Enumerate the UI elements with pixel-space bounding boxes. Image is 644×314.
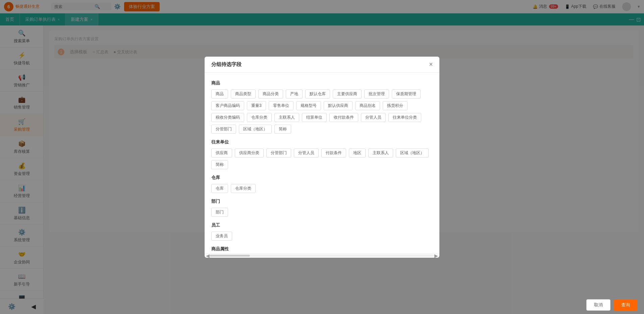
section-title-employee: 员工 — [211, 222, 433, 228]
field-tag[interactable]: 规格型号 — [296, 101, 321, 110]
field-tag[interactable]: 收付款条件 — [329, 113, 358, 122]
field-tag[interactable]: 默认供应商 — [324, 101, 353, 110]
scrollbar-thumb[interactable] — [210, 255, 250, 257]
field-tag[interactable]: 简称 — [211, 160, 228, 169]
scroll-left-btn[interactable]: ◀ — [206, 253, 210, 258]
employee-fields: 业务员 — [211, 232, 433, 241]
section-title-product: 商品 — [211, 80, 433, 86]
field-tag[interactable]: 商品 — [211, 89, 228, 99]
field-tag[interactable]: 仓库 — [211, 184, 228, 193]
modal-close-btn[interactable]: × — [429, 61, 433, 67]
section-title-department: 部门 — [211, 198, 433, 204]
field-tag[interactable]: 简称 — [274, 125, 291, 134]
modal-header: 分组待选字段 × — [205, 57, 439, 73]
field-tag[interactable]: 分管部门 — [211, 125, 236, 134]
field-tag[interactable]: 分管部门 — [266, 148, 291, 158]
field-tag[interactable]: 保质期管理 — [392, 89, 421, 99]
field-tag[interactable]: 地区 — [349, 148, 366, 158]
cancel-button[interactable]: 取消 — [586, 299, 610, 311]
section-title-warehouse: 仓库 — [211, 175, 433, 181]
field-tag[interactable]: 部门 — [211, 208, 228, 217]
field-tag[interactable]: 拣货积分 — [383, 101, 408, 110]
field-tag[interactable]: 仓库分类 — [247, 113, 272, 122]
field-tag[interactable]: 税收分类编码 — [211, 113, 244, 122]
field-tag[interactable]: 产地 — [286, 89, 303, 99]
field-tag[interactable]: 主要供应商 — [333, 89, 362, 99]
field-tag[interactable]: 区域（地区） — [239, 125, 272, 134]
field-tag[interactable]: 往来单位分类 — [388, 113, 421, 122]
field-tag[interactable]: 重量3 — [247, 101, 266, 110]
bottom-btns: 取消 查询 — [580, 296, 644, 314]
field-tag[interactable]: 区域（地区） — [396, 148, 429, 158]
modal-scrollbar[interactable]: ◀ ▶ — [205, 254, 439, 258]
field-tag[interactable]: 业务员 — [211, 232, 232, 241]
modal-title: 分组待选字段 — [211, 61, 241, 68]
modal-body[interactable]: 商品 商品 商品类型 商品分类 产地 默认仓库 主要供应商 批次管理 保质期管理… — [205, 73, 439, 254]
field-tag[interactable]: 默认仓库 — [305, 89, 330, 99]
field-tag[interactable]: 商品类型 — [231, 89, 256, 99]
field-tag[interactable]: 主联系人 — [274, 113, 299, 122]
field-tag[interactable]: 零售单位 — [269, 101, 293, 110]
field-tag[interactable]: 仓库分类 — [231, 184, 256, 193]
modal-overlay: 分组待选字段 × 商品 商品 商品类型 商品分类 产地 默认仓库 主要供应商 批… — [0, 0, 644, 314]
field-tag[interactable]: 主联系人 — [368, 148, 393, 158]
warehouse-fields: 仓库 仓库分类 — [211, 184, 433, 193]
field-tag[interactable]: 商品分类 — [258, 89, 283, 99]
field-tag[interactable]: 结算单位 — [302, 113, 327, 122]
scrollbar-track — [210, 255, 434, 257]
field-tag[interactable]: 分管人员 — [294, 148, 319, 158]
field-tag[interactable]: 批次管理 — [364, 89, 389, 99]
confirm-button[interactable]: 查询 — [614, 299, 637, 311]
field-tag[interactable]: 供应商 — [211, 148, 232, 158]
field-tag[interactable]: 分管人员 — [361, 113, 386, 122]
field-tag[interactable]: 供应商分类 — [235, 148, 264, 158]
partner-fields: 供应商 供应商分类 分管部门 分管人员 付款条件 地区 主联系人 区域（地区） … — [211, 148, 433, 169]
department-fields: 部门 — [211, 208, 433, 217]
section-title-partner: 往来单位 — [211, 139, 433, 145]
modal-group-fields: 分组待选字段 × 商品 商品 商品类型 商品分类 产地 默认仓库 主要供应商 批… — [205, 57, 439, 258]
product-fields: 商品 商品类型 商品分类 产地 默认仓库 主要供应商 批次管理 保质期管理 客户… — [211, 89, 433, 134]
field-tag[interactable]: 客户商品编码 — [211, 101, 244, 110]
field-tag[interactable]: 商品别名 — [355, 101, 380, 110]
scroll-right-btn[interactable]: ▶ — [434, 253, 438, 258]
field-tag[interactable]: 付款条件 — [321, 148, 346, 158]
section-title-product-attr: 商品属性 — [211, 246, 433, 252]
